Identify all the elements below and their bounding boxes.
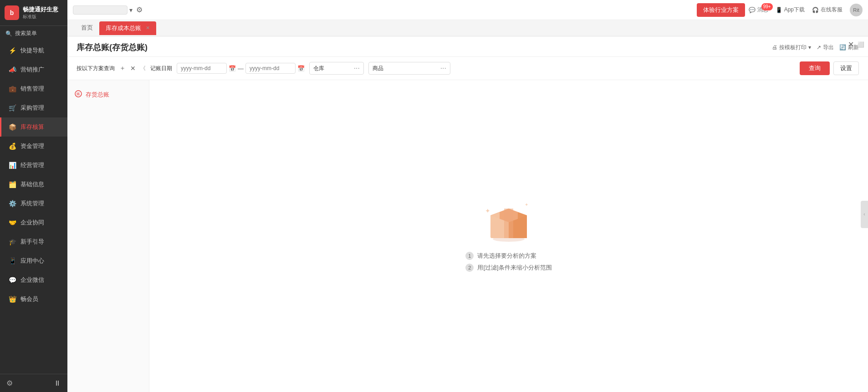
page-title: 库存总账(存货总账) [77,42,148,53]
guide-icon: 🎓 [8,238,17,245]
cooperation-label: 企业协同 [20,219,44,227]
basic-info-icon: 🗂️ [8,181,17,188]
user-name: Rit [853,7,859,13]
main-content: ✦ ✦ 1 请先选择要分析的方案 2 用[过滤]条件来缩小分析范围 [149,80,868,392]
date-end-input[interactable] [245,63,296,74]
sidebar-item-inventory[interactable]: 📦 库存核算 [0,117,67,137]
sidebar-item-system[interactable]: ⚙️ 系统管理 [0,194,67,213]
export-label: 导出 [823,44,834,51]
dropdown-arrow-btn[interactable]: ▾ [129,6,133,14]
export-btn[interactable]: ↗ 导出 [817,44,834,51]
membership-label: 畅会员 [20,295,38,303]
date-separator: — [238,65,244,72]
product-select[interactable]: 商品 ··· [368,62,450,75]
scheme-icon: 账 [75,90,82,99]
sidebar-item-finance[interactable]: 💰 资金管理 [0,137,67,156]
settings-icon[interactable]: ⚙ [6,379,13,387]
sidebar-item-sales[interactable]: 💼 销售管理 [0,79,67,98]
panel-close-btn[interactable]: ✕ [848,40,854,49]
tab-home[interactable]: 首页 [75,21,99,36]
cooperation-icon: 🤝 [8,219,17,226]
collapse-icon[interactable]: ⏸ [54,379,61,387]
export-icon: ↗ [817,44,821,51]
scheme-label: 存货总账 [86,91,109,99]
industry-btn[interactable]: 体验行业方案 [697,3,745,17]
empty-illustration: ✦ ✦ [481,197,536,243]
settings-btn[interactable]: 设置 [833,61,859,75]
header-right: 💬 消息 99+ 📱 App下载 🎧 在线客服 Rit [749,4,863,16]
calendar-start-icon[interactable]: 📅 [229,65,236,72]
calendar-end-icon[interactable]: 📅 [297,65,305,72]
hint-text-2: 用[过滤]条件来缩小分析范围 [477,264,551,272]
service-label: 在线客服 [821,6,842,14]
svg-text:✦: ✦ [525,202,528,207]
edition-label: 标准版 [23,14,58,20]
sidebar-nav: ⚡ 快捷导航 📣 营销推广 💼 销售管理 🛒 采购管理 📦 库存核算 💰 资金管… [0,41,67,374]
guide-label: 新手引导 [20,238,44,246]
sales-icon: 💼 [8,85,17,92]
top-header: ▾ ⚙ 体验行业方案 💬 消息 99+ 📱 App下载 🎧 在线客服 Rit [67,0,868,20]
sidebar-item-wechat[interactable]: 💬 企业微信 [0,270,67,290]
operations-icon: 📊 [8,162,17,169]
tab-home-label: 首页 [81,24,93,31]
headset-icon: 🎧 [812,7,819,13]
sidebar-item-basic-info[interactable]: 🗂️ 基础信息 [0,175,67,194]
system-label: 系统管理 [20,199,44,208]
operations-label: 经营管理 [20,161,44,169]
user-avatar[interactable]: Rit [850,4,863,16]
print-label: 按模板打印 [779,44,807,51]
main-area: ▾ ⚙ 体验行业方案 💬 消息 99+ 📱 App下载 🎧 在线客服 Rit [67,0,868,392]
sidebar-item-guide[interactable]: 🎓 新手引导 [0,232,67,251]
sidebar-item-app-center[interactable]: 📱 应用中心 [0,251,67,270]
filter-clear-btn[interactable]: ✕ [130,65,136,72]
empty-hints: 1 请先选择要分析的方案 2 用[过滤]条件来缩小分析范围 [465,252,551,275]
filter-collapse-btn[interactable]: 《 [140,65,146,72]
app-center-label: 应用中心 [20,257,44,265]
header-breadcrumb: ▾ ⚙ [73,4,693,16]
refresh-icon: 🔄 [839,44,846,51]
breadcrumb-input[interactable] [73,5,128,15]
panel-expand-btn[interactable]: ⬜ [858,40,864,49]
filter-add-btn[interactable]: ＋ [119,64,126,72]
message-badge: 99+ [761,3,773,10]
content-panel: 库存总账(存货总账) 🖨 按模板打印 ▾ ↗ 导出 🔄 刷新 按以下方案查询 [67,36,868,392]
sidebar-item-membership[interactable]: 👑 畅会员 [0,290,67,309]
hint-item-2: 2 用[过滤]条件来缩小分析范围 [465,264,551,272]
query-btn[interactable]: 查询 [800,61,830,75]
filter-right-actions: 查询 设置 [800,61,859,75]
marketing-icon: 📣 [8,66,17,73]
print-btn[interactable]: 🖨 按模板打印 ▾ [772,44,811,51]
app-download-btn[interactable]: 📱 App下载 [776,6,805,14]
messages-btn[interactable]: 💬 消息 99+ [749,6,768,14]
date-start-input[interactable] [177,63,227,74]
quick-nav-icon: ⚡ [8,47,17,54]
sidebar-item-quick-nav[interactable]: ⚡ 快捷导航 [0,41,67,60]
date-label: 记账日期 [150,65,172,72]
purchase-icon: 🛒 [8,104,17,112]
sidebar-item-operations[interactable]: 📊 经营管理 [0,156,67,175]
scheme-item-inventory-ledger[interactable]: 账 存货总账 [67,86,149,103]
header-gear-icon[interactable]: ⚙ [134,4,144,16]
sidebar-item-marketing[interactable]: 📣 营销推广 [0,60,67,79]
sidebar-item-cooperation[interactable]: 🤝 企业协同 [0,213,67,232]
product-more-icon[interactable]: ··· [440,64,446,72]
right-panel-toggle[interactable]: ‹ [861,201,868,228]
svg-rect-8 [504,209,513,238]
empty-state: ✦ ✦ 1 请先选择要分析的方案 2 用[过滤]条件来缩小分析范围 [465,197,551,275]
hint-text-1: 请先选择要分析的方案 [477,252,536,260]
warehouse-select[interactable]: 仓库 ··· [309,62,364,75]
page-header: 库存总账(存货总账) 🖨 按模板打印 ▾ ↗ 导出 🔄 刷新 [67,36,868,57]
warehouse-label: 仓库 [313,65,324,72]
inventory-label: 库存核算 [20,123,44,131]
left-filter-panel: 账 存货总账 [67,80,149,392]
product-label: 商品 [373,65,383,72]
sidebar-search[interactable]: 🔍 搜索菜单 [0,26,67,41]
tab-inventory-ledger[interactable]: 库存成本总账 ✕ [99,21,156,35]
app-center-icon: 📱 [8,257,17,265]
inventory-icon: 📦 [8,123,17,131]
sidebar-item-purchase[interactable]: 🛒 采购管理 [0,98,67,117]
tab-inventory-ledger-label: 库存成本总账 [106,24,141,32]
online-service-btn[interactable]: 🎧 在线客服 [812,6,842,14]
tab-close-btn[interactable]: ✕ [146,25,150,31]
warehouse-more-icon[interactable]: ··· [354,64,360,72]
